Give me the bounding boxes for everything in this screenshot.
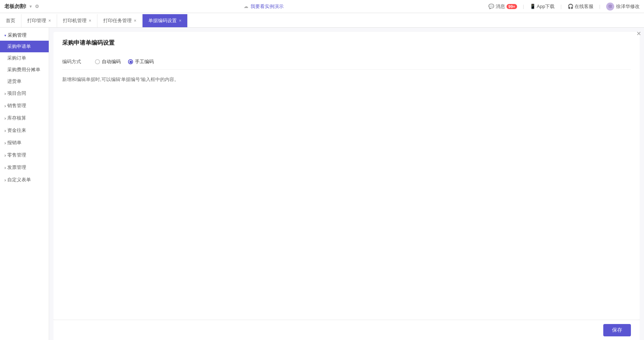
project-arrow-icon: › — [4, 91, 6, 96]
message-icon: 💬 — [488, 4, 494, 9]
encoding-label: 编码方式 — [62, 58, 84, 65]
notification-badge: 99+ — [507, 4, 517, 9]
sidebar-item-purchase-expense[interactable]: 采购费用分摊单 — [0, 64, 49, 76]
demo-link[interactable]: 我要看实例演示 — [251, 3, 284, 10]
cloud-icon: ☁ — [244, 4, 248, 9]
inventory-arrow-icon: › — [4, 116, 6, 121]
purchase-group-label: 采购管理 — [8, 32, 27, 39]
top-bar-divider: | — [523, 4, 524, 9]
custom-forms-arrow-icon: › — [4, 177, 6, 183]
top-bar: 老板勿割! ▾ ⚙ ☁ 我要看实例演示 💬 消息 99+ | 📱 App下载 |… — [0, 0, 644, 13]
top-bar-right: 💬 消息 99+ | 📱 App下载 | 🎧 在线客服 | 徐 徐泽华修改 — [488, 3, 640, 11]
dropdown-icon[interactable]: ▾ — [29, 4, 32, 9]
main-layout: ▾ 采购管理 采购申请单 采购订单 采购费用分摊单 进货单 › 项目合同 › 销… — [0, 28, 644, 340]
tab-home-label: 首页 — [6, 17, 15, 24]
app-download[interactable]: 📱 App下载 — [530, 3, 555, 10]
tab-print-mgmt[interactable]: 打印管理 × — [21, 14, 57, 27]
top-bar-divider2: | — [560, 4, 561, 9]
notification-area[interactable]: 💬 消息 99+ — [488, 3, 517, 10]
sales-arrow-icon: › — [4, 103, 6, 109]
radio-auto[interactable]: 自动编码 — [95, 58, 121, 65]
sidebar-group-funds[interactable]: › 资金往来 — [0, 124, 49, 137]
top-bar-center: ☁ 我要看实例演示 — [244, 3, 284, 10]
tab-home[interactable]: 首页 — [0, 14, 21, 27]
tab-barcode-settings[interactable]: 单据编码设置 × — [143, 14, 188, 27]
sidebar-group-invoice[interactable]: › 发票管理 — [0, 161, 49, 174]
radio-manual[interactable]: 手工编码 — [128, 58, 154, 65]
purchase-arrow-icon: ▾ — [4, 33, 6, 37]
funds-arrow-icon: › — [4, 128, 6, 133]
user-area[interactable]: 徐 徐泽华修改 — [606, 3, 640, 11]
returns-arrow-icon: › — [4, 140, 6, 146]
settings-icon[interactable]: ⚙ — [35, 4, 39, 9]
radio-group: 自动编码 手工编码 — [95, 58, 154, 65]
encoding-section: 编码方式 自动编码 手工编码 — [62, 54, 631, 70]
page-title: 采购申请单编码设置 — [62, 39, 631, 47]
tab-printer-mgmt[interactable]: 打印机管理 × — [57, 14, 97, 27]
tab-printer-mgmt-label: 打印机管理 — [63, 17, 87, 24]
sidebar-group-custom-forms[interactable]: › 自定义表单 — [0, 174, 49, 186]
sidebar-group-purchase: ▾ 采购管理 采购申请单 采购订单 采购费用分摊单 进货单 — [0, 29, 49, 87]
service-icon: 🎧 — [568, 4, 573, 9]
notification-label: 消息 — [496, 3, 505, 10]
tab-close-printer-mgmt[interactable]: × — [89, 18, 91, 23]
tab-close-print-mgmt[interactable]: × — [48, 18, 51, 23]
radio-auto-label: 自动编码 — [102, 58, 121, 65]
radio-manual-label: 手工编码 — [135, 58, 154, 65]
sidebar-group-project-contract[interactable]: › 项目合同 — [0, 87, 49, 100]
radio-auto-circle — [95, 59, 100, 64]
sidebar-group-returns[interactable]: › 报销单 — [0, 137, 49, 149]
sidebar-group-sales[interactable]: › 销售管理 — [0, 100, 49, 112]
tab-close-barcode-settings[interactable]: × — [179, 18, 181, 23]
tab-barcode-settings-label: 单据编码设置 — [148, 17, 177, 24]
tab-print-task-mgmt[interactable]: 打印任务管理 × — [97, 14, 143, 27]
tab-close-print-task-mgmt[interactable]: × — [134, 18, 136, 23]
save-button[interactable]: 保存 — [603, 324, 631, 336]
logo-text: 老板勿割! — [4, 3, 27, 10]
close-all-tabs-button[interactable]: ✕ — [636, 30, 641, 37]
radio-manual-circle — [128, 59, 133, 64]
avatar: 徐 — [606, 3, 614, 11]
tab-print-task-mgmt-label: 打印任务管理 — [103, 17, 132, 24]
app-icon: 📱 — [530, 4, 536, 9]
sidebar-item-purchase-request[interactable]: 采购申请单 — [0, 41, 49, 52]
hint-text: 新增和编辑单据时,可以编辑'单据编号'输入框中的内容。 — [62, 76, 631, 83]
sidebar: ▾ 采购管理 采购申请单 采购订单 采购费用分摊单 进货单 › 项目合同 › 销… — [0, 28, 49, 340]
sidebar-group-inventory[interactable]: › 库存核算 — [0, 112, 49, 124]
sidebar-item-stock-in[interactable]: 进货单 — [0, 76, 49, 87]
content-footer: 保存 — [53, 320, 640, 340]
username: 徐泽华修改 — [616, 3, 640, 10]
online-service[interactable]: 🎧 在线客服 — [568, 3, 593, 10]
top-bar-divider3: | — [599, 4, 600, 9]
tab-print-mgmt-label: 打印管理 — [27, 17, 46, 24]
top-bar-left: 老板勿割! ▾ ⚙ — [4, 3, 39, 10]
invoice-arrow-icon: › — [4, 165, 6, 170]
content-area: 采购申请单编码设置 编码方式 自动编码 手工编码 新增和编辑单据时,可 — [49, 28, 644, 340]
sidebar-group-purchase-title[interactable]: ▾ 采购管理 — [0, 29, 49, 41]
content-inner: 采购申请单编码设置 编码方式 自动编码 手工编码 新增和编辑单据时,可 — [53, 32, 640, 320]
sidebar-item-purchase-order[interactable]: 采购订单 — [0, 52, 49, 64]
tab-bar: 首页 打印管理 × 打印机管理 × 打印任务管理 × 单据编码设置 × ✕ — [0, 13, 644, 28]
sidebar-group-retail[interactable]: › 零售管理 — [0, 149, 49, 161]
retail-arrow-icon: › — [4, 153, 6, 158]
